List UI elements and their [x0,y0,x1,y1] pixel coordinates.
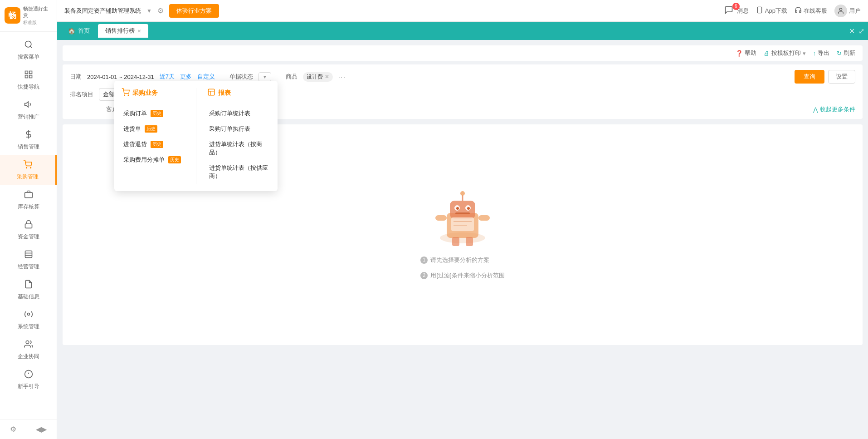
svg-rect-33 [452,237,459,246]
help-btn[interactable]: ❓ 帮助 [736,49,756,57]
svg-point-28 [456,207,459,210]
query-btn[interactable]: 查询 [795,70,824,84]
shortcut-more[interactable]: 更多 [180,73,192,81]
topbar-right: 6 消息 App下载 在线客服 [724,5,861,17]
sidebar-item-system[interactable]: 系统管理 [0,305,57,335]
menu-item-report-order-stats[interactable]: 采购订单统计表 [207,106,271,121]
menu-item-purchase-return[interactable]: 进货退货 历史 [122,137,185,152]
avatar [834,5,847,17]
app-download-btn[interactable]: App下载 [756,6,787,15]
goods-more-dots[interactable]: ··· [338,74,346,80]
svg-rect-42 [208,89,215,95]
sidebar-item-purchase[interactable]: 采购管理 [0,155,57,185]
page-toolbar: ❓ 帮助 🖨 按模板打印 ▾ ↑ 导出 ↻ 刷新 [63,45,863,61]
menu-item-report-order-exec[interactable]: 采购订单执行表 [207,121,271,137]
sidebar-item-finance[interactable]: 资金管理 [0,215,57,245]
empty-illustration [426,188,499,247]
svg-rect-10 [24,192,32,198]
menu-item-report-receipt-goods[interactable]: 进货单统计表（按商品） [207,137,271,160]
messages-btn[interactable]: 6 消息 [724,5,749,16]
sidebar-item-marketing[interactable]: 营销推广 [0,95,57,125]
page-body: ❓ 帮助 🖨 按模板打印 ▾ ↑ 导出 ↻ 刷新 [57,40,868,439]
sidebar-item-inventory[interactable]: 库存核算 [0,185,57,215]
tab-maximize-btn[interactable]: ⤢ [858,27,864,35]
headset-icon [795,6,802,15]
svg-rect-25 [450,201,475,219]
sidebar-item-enterprise[interactable]: 企业协同 [0,335,57,365]
logo-text-block: 畅捷通好生意 标准版 [23,5,52,26]
doc-status-label: 单据状态 [229,73,253,81]
topbar-dropdown-arrow[interactable]: ▼ [146,8,152,14]
svg-marker-6 [24,102,28,107]
enterprise-nav-icon [24,340,33,351]
tab-close-btn[interactable]: ✕ [137,29,141,34]
message-icon [724,5,733,16]
collapse-sidebar-btn[interactable]: ◀▶ [36,425,47,434]
basic-nav-icon [24,280,33,291]
shortcut-custom[interactable]: 自定义 [197,73,215,81]
menu-section-divider [196,88,196,184]
svg-point-8 [26,167,27,168]
sidebar-item-sales[interactable]: 销售管理 [0,125,57,155]
tab-close-all-btn[interactable]: ✕ [849,27,855,35]
home-icon: 🏠 [68,28,75,35]
collapse-filter-btn[interactable]: ⋀ 收起更多条件 [813,105,855,113]
system-title: 装备及固定资产辅助管理系统 [64,7,141,15]
system-nav-icon [24,310,33,321]
goods-tag-remove[interactable]: ✕ [325,74,329,80]
svg-rect-37 [451,217,474,231]
svg-point-0 [25,41,31,47]
sidebar-item-search[interactable]: 搜索菜单 [0,35,57,65]
svg-rect-12 [25,251,32,257]
sidebar-item-operation[interactable]: 经营管理 [0,245,57,275]
settings-footer-btn[interactable]: ⚙ [10,425,16,434]
svg-rect-3 [29,71,32,74]
svg-point-15 [27,313,29,315]
print-icon: 🖨 [764,50,770,57]
settings-btn[interactable]: 设置 [828,70,855,84]
logo-sub-text: 标准版 [23,20,52,26]
export-btn[interactable]: ↑ 导出 [813,49,830,57]
logo-icon: 畅 [5,7,20,24]
sidebar-item-quick[interactable]: 快捷导航 [0,65,57,95]
empty-state: 1 请先选择要分析的方案 2 用[过滤]条件来缩小分析范围 [420,152,504,318]
empty-text: 1 请先选择要分析的方案 2 用[过滤]条件来缩小分析范围 [420,254,504,281]
svg-point-22 [839,8,842,10]
search-nav-icon [24,40,33,51]
tab-sales-rank[interactable]: 销售排行榜 ✕ [98,24,148,38]
tab-home[interactable]: 🏠 首页 [61,24,97,38]
sidebar: 畅 畅捷通好生意 标准版 搜索菜单 快捷导航 [0,0,57,439]
purchase-section: 采购业务 采购订单 历史 进货单 历史 进货退货 历史 [122,88,185,184]
svg-rect-30 [455,212,470,214]
inventory-nav-icon [24,190,33,201]
history-badge-0: 历史 [151,110,163,117]
rank-label: 排名项目 [70,90,93,99]
topbar-settings-btn[interactable]: ⚙ [157,6,164,15]
date-filter-label: 日期 [70,73,82,81]
sales-nav-icon [24,130,33,141]
online-service-btn[interactable]: 在线客服 [795,6,827,15]
purchase-dropdown-menu: 采购业务 采购订单 历史 进货单 历史 进货退货 历史 [114,81,278,191]
user-btn[interactable]: 用户 [834,5,861,17]
export-icon: ↑ [813,50,816,57]
menu-item-purchase-expense[interactable]: 采购费用分摊单 历史 [122,152,185,168]
doc-status-select[interactable]: ▼ [258,72,271,82]
phone-icon [756,6,763,15]
shortcut-7days[interactable]: 近7天 [160,73,175,81]
step2-num: 2 [420,272,428,279]
topbar: 装备及固定资产辅助管理系统 ▼ ⚙ 体验行业方案 6 消息 [57,0,868,22]
trial-btn[interactable]: 体验行业方案 [169,4,219,18]
svg-rect-5 [29,75,32,78]
menu-item-report-receipt-supplier[interactable]: 进货单统计表（按供应商） [207,160,271,184]
main-content: 装备及固定资产辅助管理系统 ▼ ⚙ 体验行业方案 6 消息 [57,0,868,439]
sidebar-footer: ⚙ ◀▶ [0,419,57,439]
menu-item-purchase-order[interactable]: 采购订单 历史 [122,106,185,121]
print-btn[interactable]: 🖨 按模板打印 ▾ [764,49,806,57]
history-badge-3: 历史 [168,156,181,163]
purchase-section-icon [122,88,130,98]
menu-item-purchase-receipt[interactable]: 进货单 历史 [122,121,185,137]
sidebar-item-basic[interactable]: 基础信息 [0,275,57,305]
sidebar-item-guide[interactable]: 新手引导 [0,365,57,395]
refresh-btn[interactable]: ↻ 刷新 [837,49,855,57]
history-badge-1: 历史 [145,125,157,133]
